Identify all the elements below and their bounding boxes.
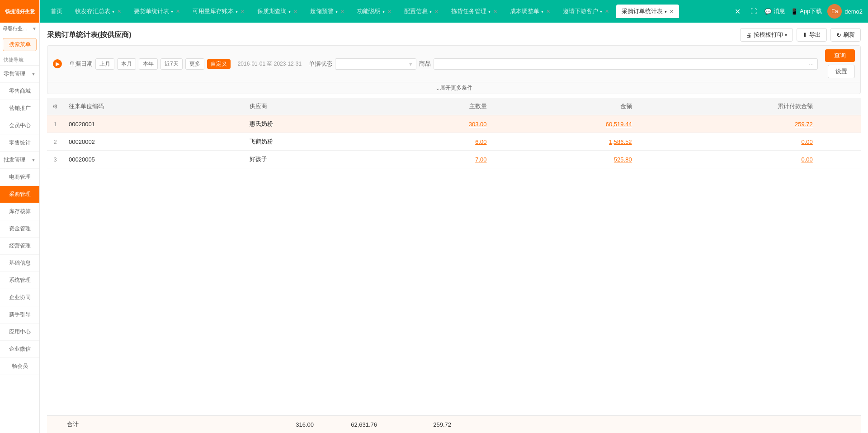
tab-chengben[interactable]: 成本调整单 ▾ ✕ — [505, 5, 556, 18]
th-amount: 金额 — [492, 98, 637, 115]
status-select-arrow: ▾ — [409, 61, 412, 67]
tab-gongneng-close[interactable]: ✕ — [387, 9, 392, 14]
tab-gongneng-arrow: ▾ — [382, 9, 385, 14]
export-label: 导出 — [809, 31, 821, 39]
table-row[interactable]: 3 00020005 好孩子 7.00 525.80 0.00 — [47, 151, 861, 168]
tab-zhuohuo[interactable]: 拣货任务管理 ▾ ✕ — [446, 5, 503, 18]
date-custom-badge[interactable]: 自定义 — [207, 59, 231, 69]
tab-shoufacollect-label: 收发存汇总表 — [75, 7, 110, 15]
tab-baozhi-close[interactable]: ✕ — [293, 9, 297, 14]
filter-select-group: 单据状态 ▾ 商品 ··· — [309, 58, 818, 70]
th-settings[interactable]: ⚙ — [47, 98, 63, 115]
sidebar-item-marketing[interactable]: 营销推广 — [0, 100, 39, 117]
sidebar-item-enterprise-weixin[interactable]: 企业微信 — [0, 341, 39, 358]
user-profile-button[interactable]: Ea demo2 — [827, 4, 863, 19]
print-button[interactable]: 🖨 按模板打印 ▾ — [740, 28, 793, 42]
filter-toggle-button[interactable]: ▶ — [53, 59, 62, 68]
date-more-button[interactable]: 更多 — [185, 58, 204, 70]
tab-caigou[interactable]: 采购订单统计表 ▾ ✕ — [616, 5, 679, 18]
main-area: 首页 收发存汇总表 ▾ ✕ 要货单统计表 ▾ ✕ 可用量库存账本 ▾ ✕ 保质期… — [40, 0, 868, 433]
tab-yaoqing-close[interactable]: ✕ — [605, 9, 609, 14]
tab-gongneng-label: 功能说明 — [357, 7, 381, 15]
tab-home[interactable]: 首页 — [45, 5, 68, 18]
workspace-selector[interactable]: 母婴行业演示账套 ▼ — [0, 23, 39, 35]
tab-gongneng[interactable]: 功能说明 ▾ ✕ — [352, 5, 397, 18]
tab-peizhi[interactable]: 配置信息 ▾ ✕ — [399, 5, 444, 18]
message-button[interactable]: 💬 消息 — [764, 7, 785, 15]
settings-button[interactable]: 设置 — [828, 65, 855, 78]
purchase-label: 采购管理 — [9, 190, 31, 198]
sidebar-item-member[interactable]: 会员中心 — [0, 117, 39, 134]
message-label: 消息 — [774, 7, 785, 15]
date-7days-button[interactable]: 近7天 — [160, 58, 183, 70]
logo-text: 畅捷通好生意 — [5, 8, 35, 14]
sidebar-item-inventory[interactable]: 库存核算 — [0, 203, 39, 220]
app-download-button[interactable]: 📱 App下载 — [791, 7, 822, 15]
tab-chengben-close[interactable]: ✕ — [546, 9, 550, 14]
cell-quantity: 6.00 — [379, 133, 492, 151]
th-code: 往来单位编码 — [63, 98, 244, 115]
status-label: 单据状态 — [309, 60, 332, 68]
refresh-button[interactable]: ↻ 刷新 — [830, 28, 861, 42]
sidebar-item-basic[interactable]: 基础信息 — [0, 255, 39, 272]
date-range-text: 2016-01-01 至 2023-12-31 — [238, 60, 302, 68]
window-expand-button[interactable]: ⛶ — [748, 6, 759, 17]
sidebar-item-retail-shop[interactable]: 零售商城 — [0, 83, 39, 100]
tab-yaohuo-close[interactable]: ✕ — [176, 9, 180, 14]
tab-zhuohuo-close[interactable]: ✕ — [493, 9, 497, 14]
sidebar-item-purchase[interactable]: 采购管理 — [0, 186, 39, 203]
tab-chuchuyujing[interactable]: 超储预警 ▾ ✕ — [305, 5, 350, 18]
date-this-month-button[interactable]: 本月 — [117, 58, 136, 70]
tab-zhuohuo-label: 拣货任务管理 — [451, 7, 486, 15]
tab-yaohuo[interactable]: 要货单统计表 ▾ ✕ — [128, 5, 185, 18]
app-download-icon: 📱 — [791, 8, 798, 15]
app-download-label: App下载 — [800, 7, 822, 15]
tab-shoufacollect-close[interactable]: ✕ — [117, 9, 121, 14]
expand-filter-button[interactable]: ⌄ 展开更多条件 — [47, 82, 860, 94]
tab-chuchuyujing-close[interactable]: ✕ — [340, 9, 344, 14]
window-close-button[interactable]: ✕ — [732, 6, 743, 17]
table-footer: 合计 316.00 62,631.76 259.72 — [47, 415, 861, 433]
sidebar-item-operation[interactable]: 经营管理 — [0, 238, 39, 255]
sidebar-item-guide[interactable]: 新手引导 — [0, 306, 39, 324]
refresh-label: 刷新 — [843, 31, 855, 39]
date-label: 单据日期 — [69, 60, 93, 68]
wholesale-arrow-icon: ▼ — [31, 157, 36, 162]
sidebar-item-finance[interactable]: 资金管理 — [0, 220, 39, 238]
filter-row-main: ▶ 单据日期 上月 本月 本年 近7天 更多 自定义 2016-01-01 至 … — [47, 46, 860, 82]
sidebar-item-app-center[interactable]: 应用中心 — [0, 324, 39, 341]
status-select[interactable]: ▾ — [335, 58, 416, 70]
export-button[interactable]: ⬇ 导出 — [797, 28, 827, 42]
query-button[interactable]: 查询 — [825, 49, 855, 62]
tab-baozhi[interactable]: 保质期查询 ▾ ✕ — [252, 5, 303, 18]
date-this-year-button[interactable]: 本年 — [139, 58, 158, 70]
search-menu-button[interactable]: 搜索菜单 — [3, 38, 37, 51]
table-body: 1 00020001 惠氏奶粉 303.00 60,519.44 259.72 … — [47, 115, 861, 168]
th-paid: 累计付款金额 — [637, 98, 818, 115]
tab-shoufacollect[interactable]: 收发存汇总表 ▾ ✕ — [70, 5, 127, 18]
retail-arrow-icon: ▼ — [31, 71, 36, 76]
table-row[interactable]: 1 00020001 惠氏奶粉 303.00 60,519.44 259.72 — [47, 115, 861, 133]
sidebar-item-ecommerce[interactable]: 电商管理 — [0, 169, 39, 186]
tab-bar: 首页 收发存汇总表 ▾ ✕ 要货单统计表 ▾ ✕ 可用量库存账本 ▾ ✕ 保质期… — [40, 0, 868, 23]
sidebar-item-member2[interactable]: 畅会员 — [0, 358, 39, 375]
sidebar-item-system[interactable]: 系统管理 — [0, 272, 39, 289]
sidebar-item-retail-stats[interactable]: 零售统计 — [0, 134, 39, 152]
user-avatar: Ea — [827, 4, 842, 19]
sidebar-item-wholesale[interactable]: 批发管理 ▼ — [0, 152, 39, 169]
user-name: demo2 — [844, 8, 863, 15]
th-quantity: 主数量 — [379, 98, 492, 115]
tab-caigou-close[interactable]: ✕ — [670, 9, 674, 14]
table-row[interactable]: 2 00020002 飞鹤奶粉 6.00 1,586.52 0.00 — [47, 133, 861, 151]
tab-peizhi-close[interactable]: ✕ — [434, 9, 439, 14]
sidebar-item-enterprise[interactable]: 企业协同 — [0, 289, 39, 306]
column-settings-icon[interactable]: ⚙ — [52, 103, 58, 110]
date-last-month-button[interactable]: 上月 — [95, 58, 114, 70]
goods-input[interactable]: ··· — [434, 58, 818, 70]
tab-kucun-close[interactable]: ✕ — [241, 9, 245, 14]
sidebar-item-retail[interactable]: 零售管理 ▼ — [0, 66, 39, 83]
tab-kucun[interactable]: 可用量库存账本 ▾ ✕ — [187, 5, 250, 18]
data-table-container: ⚙ 往来单位编码 供应商 主数量 金额 累计付款金额 1 00020001 惠氏… — [47, 98, 861, 415]
tab-yaoqing[interactable]: 邀请下游客户 ▾ ✕ — [557, 5, 614, 18]
wholesale-label: 批发管理 — [4, 156, 25, 164]
